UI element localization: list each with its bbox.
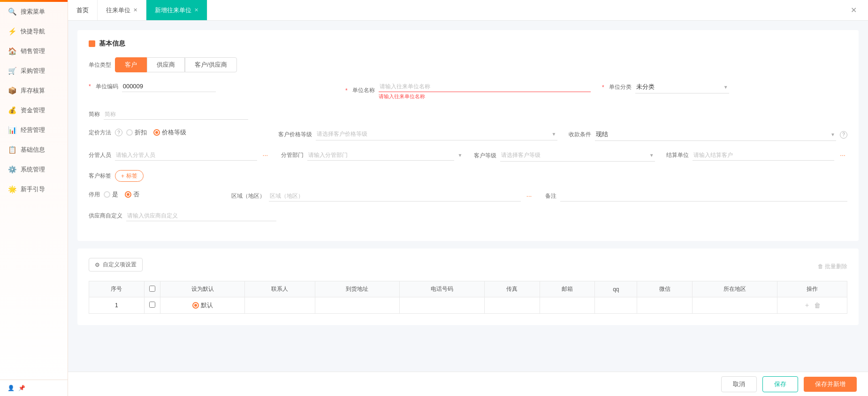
short-name-label: 简称 xyxy=(89,110,100,118)
add-row-button[interactable]: ＋ xyxy=(804,301,810,310)
save-and-new-button[interactable]: 保存并新增 xyxy=(804,377,857,392)
note-field: 备注 xyxy=(545,190,848,202)
customer-level-select[interactable]: 请选择客户等级 ▼ xyxy=(500,149,655,162)
sidebar-item-inventory[interactable]: 📦 库存核算 xyxy=(0,81,68,101)
tab-partners-close[interactable]: ✕ xyxy=(133,7,137,13)
sidebar-item-basics[interactable]: 📋 基础信息 xyxy=(0,140,68,160)
pricing-method-label: 定价方法 xyxy=(89,129,111,137)
unit-code-label: 单位编码 xyxy=(96,83,118,91)
tab-home[interactable]: 首页 xyxy=(68,0,98,20)
pricing-help-icon[interactable]: ? xyxy=(115,129,122,136)
unit-category-select[interactable]: 未分类 ▼ xyxy=(635,81,729,93)
main-area: 首页 往来单位 ✕ 新增往来单位 ✕ ✕ 基本信息 单位类型 客户 xyxy=(68,0,868,396)
disabled-yes-radio[interactable]: 是 xyxy=(104,190,118,199)
unit-btn-customer[interactable]: 客户 xyxy=(115,57,147,72)
customer-price-level-select[interactable]: 请选择客户价格等级 ▼ xyxy=(316,128,557,140)
sidebar-item-finance[interactable]: 💰 资金管理 xyxy=(0,101,68,120)
save-button[interactable]: 保存 xyxy=(762,376,798,392)
sidebar-bottom: 👤 📌 xyxy=(0,380,68,396)
cancel-button[interactable]: 取消 xyxy=(721,376,757,392)
tab-close-all-button[interactable]: ✕ xyxy=(847,4,860,16)
disabled-field: 停用 是 否 xyxy=(89,190,220,199)
sidebar-bottom-icon: 👤 xyxy=(8,385,15,391)
col-actions: 操作 xyxy=(777,281,847,297)
unit-type-field: 单位类型 客户 供应商 客户/供应商 xyxy=(89,57,276,72)
settlement-more-icon[interactable]: ··· xyxy=(838,150,847,160)
manager-label: 分管人员 xyxy=(89,151,111,159)
pricing-row: 定价方法 ? 折扣 价格等级 客户价格等级 xyxy=(89,128,847,141)
unit-category-field: * 单位分类 未分类 ▼ xyxy=(602,81,847,93)
pricing-discount-radio[interactable]: 折扣 xyxy=(126,128,147,137)
tab-new-partner-close[interactable]: ✕ xyxy=(194,7,198,13)
cell-actions: ＋ 🗑 xyxy=(777,297,847,314)
sidebar: 🔍 搜索菜单 ⚡ 快捷导航 🏠 销售管理 🛒 采购管理 📦 库存核算 💰 资金管… xyxy=(0,0,68,396)
region-field: 区域（地区） ··· xyxy=(231,190,534,202)
settlement-unit-input[interactable] xyxy=(693,149,835,161)
payment-help-icon[interactable]: ? xyxy=(840,131,847,139)
batch-delete-button[interactable]: 🗑 批量删除 xyxy=(818,263,847,271)
cell-wechat xyxy=(637,297,693,314)
delete-row-button[interactable]: 🗑 xyxy=(814,302,821,309)
sidebar-item-search[interactable]: 🔍 搜索菜单 xyxy=(0,2,68,22)
col-default: 设为默认 xyxy=(160,281,245,297)
tab-home-label: 首页 xyxy=(76,6,89,15)
inventory-icon: 📦 xyxy=(8,86,17,95)
tab-new-partner[interactable]: 新增往来单位 ✕ xyxy=(146,0,207,20)
supplier-custom-input[interactable] xyxy=(126,210,276,221)
custom-settings-button[interactable]: ⚙ 自定义项设置 xyxy=(89,258,143,272)
region-input[interactable] xyxy=(269,190,521,202)
unit-type-group: 客户 供应商 客户/供应商 xyxy=(115,57,237,72)
department-input[interactable] xyxy=(307,149,454,161)
col-seq: 序号 xyxy=(89,281,145,297)
sidebar-item-purchase[interactable]: 🛒 采购管理 xyxy=(0,61,68,81)
cell-fax xyxy=(484,297,540,314)
row-actions: ＋ 🗑 xyxy=(782,301,842,310)
contacts-table: 序号 设为默认 联系人 到货地址 电话号码 传真 邮箱 qq 微信 所在地区 xyxy=(89,281,847,314)
tab-new-partner-label: 新增往来单位 xyxy=(155,6,191,15)
sidebar-item-guide[interactable]: 🌟 新手引导 xyxy=(0,179,68,199)
batch-delete-label: 批量删除 xyxy=(825,263,847,270)
disabled-radio-group: 是 否 xyxy=(104,190,139,199)
sidebar-item-operations[interactable]: 📊 经营管理 xyxy=(0,120,68,140)
pricing-level-radio[interactable]: 价格等级 xyxy=(153,128,186,137)
basic-info-card: 基本信息 单位类型 客户 供应商 客户/供应商 * 单位编码 xyxy=(77,30,859,241)
settings-gear-icon: ⚙ xyxy=(95,262,100,268)
row-checkbox[interactable] xyxy=(149,302,155,308)
tags-row: 客户标签 + 标签 xyxy=(89,170,847,182)
region-more-icon[interactable]: ··· xyxy=(525,191,534,201)
region-label: 区域（地区） xyxy=(231,192,265,200)
note-input[interactable] xyxy=(560,190,848,202)
default-radio-circle xyxy=(192,302,199,309)
disabled-no-radio[interactable]: 否 xyxy=(125,190,139,199)
sidebar-item-quicknav[interactable]: ⚡ 快捷导航 xyxy=(0,22,68,41)
cell-email xyxy=(540,297,595,314)
tag-add-label: 标签 xyxy=(126,172,137,180)
section-flag-icon xyxy=(89,40,95,47)
sidebar-item-sales[interactable]: 🏠 销售管理 xyxy=(0,41,68,61)
sidebar-item-label: 资金管理 xyxy=(21,106,45,115)
manager-input[interactable] xyxy=(115,149,257,161)
manager-more-icon[interactable]: ··· xyxy=(261,150,270,160)
unit-category-value: 未分类 xyxy=(636,83,723,91)
sidebar-item-label: 销售管理 xyxy=(21,47,45,55)
default-radio[interactable]: 默认 xyxy=(165,301,240,310)
short-name-input[interactable] xyxy=(104,109,248,120)
cell-checkbox xyxy=(144,297,160,314)
cell-contact xyxy=(245,297,315,314)
sidebar-item-system[interactable]: ⚙️ 系统管理 xyxy=(0,160,68,179)
unit-btn-supplier[interactable]: 供应商 xyxy=(147,57,185,72)
unit-code-input[interactable] xyxy=(122,81,216,92)
tab-partners[interactable]: 往来单位 ✕ xyxy=(98,0,146,20)
sidebar-item-label: 新手引导 xyxy=(21,185,45,194)
dropdown-arrow-icon: ▼ xyxy=(723,85,728,90)
tag-add-button[interactable]: + 标签 xyxy=(115,170,144,182)
payment-terms-select[interactable]: 现结 ▼ xyxy=(595,128,837,141)
unit-btn-both[interactable]: 客户/供应商 xyxy=(185,57,237,72)
unit-category-label: 单位分类 xyxy=(609,83,632,91)
department-dropdown-icon: ▼ xyxy=(458,153,463,158)
select-all-checkbox[interactable] xyxy=(149,286,155,292)
payment-terms-value: 现结 xyxy=(596,130,831,139)
unit-name-input[interactable] xyxy=(379,81,591,92)
section-title-text: 基本信息 xyxy=(99,39,125,48)
sidebar-item-label: 快捷导航 xyxy=(21,27,45,36)
